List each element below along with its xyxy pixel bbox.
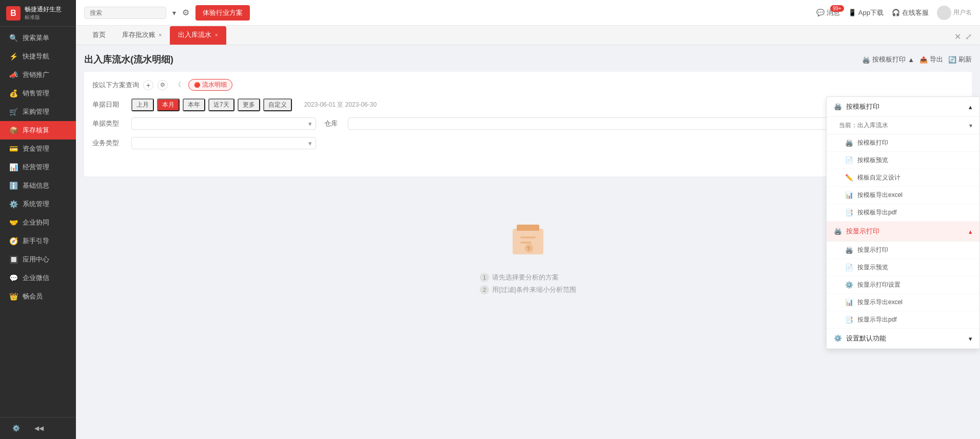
dropdown-item-template-excel[interactable]: 📊按模板导出excel	[827, 187, 979, 204]
tip-num-2: 2	[480, 285, 489, 294]
date-tabs: 上月本月本年近7天更多自定义	[131, 98, 292, 111]
online-service-btn[interactable]: 🎧 在线客服	[892, 8, 929, 17]
sidebar-item-system[interactable]: ⚙️系统管理	[0, 195, 76, 213]
dropdown-item-display-excel[interactable]: 📊按显示导出excel	[827, 294, 979, 311]
template-print-btn[interactable]: 🖨️ 按模板打印 ▲	[862, 55, 914, 64]
svg-rect-1	[517, 225, 539, 231]
dropdown-item-display-pdf[interactable]: 📑按显示导出pdf	[827, 311, 979, 329]
export-btn[interactable]: 📤 导出	[919, 55, 943, 64]
sidebar-item-quick-nav[interactable]: ⚡快捷导航	[0, 47, 76, 66]
dropdown-section-display-print[interactable]: 🖨️按显示打印▴	[827, 222, 979, 242]
template-custom-icon: ✏️	[845, 174, 853, 182]
date-tab-近7天[interactable]: 近7天	[208, 98, 234, 111]
dropdown-item-template-pdf[interactable]: 📑按模板导出pdf	[827, 204, 979, 222]
sidebar-item-inventory[interactable]: 📦库存核算	[0, 121, 76, 139]
user-avatar[interactable]: 用户名	[937, 6, 972, 20]
biz-type-select[interactable]	[131, 137, 316, 149]
display-preview-icon: 📄	[845, 264, 853, 271]
display-pdf-icon: 📑	[845, 316, 853, 324]
industry-btn[interactable]: 体验行业方案	[195, 5, 250, 21]
date-label: 单据日期	[92, 100, 123, 109]
display-excel-icon: 📊	[845, 298, 853, 306]
sidebar-item-guide[interactable]: 🧭新手引导	[0, 232, 76, 250]
sidebar-item-appstore[interactable]: 🔲应用中心	[0, 250, 76, 269]
type-select[interactable]	[131, 117, 316, 130]
sidebar-item-operations[interactable]: 📊经营管理	[0, 158, 76, 176]
sidebar: B 畅捷通好生意 标准版 🔍搜索菜单⚡快捷导航📣营销推广💰销售管理🛒采购管理📦库…	[0, 0, 76, 439]
filter-settings-icon-btn[interactable]: ⚙	[158, 80, 168, 90]
dropdown-item-display-print-item[interactable]: 🖨️按显示打印	[827, 242, 979, 259]
print-icon: 🖨️	[862, 56, 870, 64]
biz-type-select-wrap	[131, 137, 316, 149]
empty-illustration: ?	[502, 213, 554, 265]
tab-batch-account[interactable]: 库存批次账×	[114, 26, 170, 45]
topbar: ▾ ⚙ 体验行业方案 💬 消息 99+ 📱 App下载 🎧 在线客服 用户名	[76, 0, 980, 26]
topbar-search-input[interactable]	[84, 7, 166, 19]
topbar-dropdown-btn[interactable]: ▾	[172, 9, 176, 17]
dropdown-item-template-custom[interactable]: ✏️模板自定义设计	[827, 169, 979, 187]
export-icon: 📤	[919, 56, 928, 64]
app-name: 畅捷通好生意 标准版	[25, 5, 62, 21]
chevron-up-icon: ▲	[908, 56, 914, 64]
dropdown-item-display-preview[interactable]: 📄按显示预览	[827, 259, 979, 276]
maximize-btn[interactable]: ⤢	[965, 32, 972, 42]
message-btn[interactable]: 💬 消息 99+	[816, 8, 840, 17]
app-download-btn[interactable]: 📱 App下载	[848, 8, 884, 17]
tab-label-home: 首页	[92, 30, 106, 39]
collapse-sidebar-btn[interactable]: ◀◀	[30, 423, 48, 434]
sub-label-template-print: 当前：出入库流水	[839, 121, 888, 130]
sidebar-item-collab[interactable]: 🤝企业协同	[0, 213, 76, 232]
tabbar: 首页库存批次账×出入库流水×	[76, 26, 980, 45]
sidebar-item-finance[interactable]: 💳资金管理	[0, 139, 76, 158]
display-print-icon: 🖨️	[834, 227, 842, 235]
dropdown-item-display-print-settings[interactable]: ⚙️按显示打印设置	[827, 276, 979, 294]
dropdown-item-template-print-item[interactable]: 🖨️按模板打印	[827, 134, 979, 152]
sidebar-item-search[interactable]: 🔍搜索菜单	[0, 29, 76, 47]
sidebar-item-wechat[interactable]: 💬企业微信	[0, 269, 76, 287]
sidebar-item-purchase[interactable]: 🛒采购管理	[0, 103, 76, 121]
tab-label-batch-account: 库存批次账	[122, 30, 155, 39]
template-pdf-icon: 📑	[845, 209, 853, 216]
sales-icon: 💰	[8, 89, 18, 97]
sidebar-item-basic[interactable]: ℹ️基础信息	[0, 176, 76, 195]
refresh-btn[interactable]: 🔄 刷新	[948, 55, 972, 64]
filter-collapse-btn[interactable]: 《	[172, 79, 184, 90]
sidebar-item-label: 采购管理	[23, 107, 49, 116]
template-excel-label: 按模板导出excel	[857, 191, 903, 199]
dropdown-sub-template-print: 当前：出入库流水▾	[827, 117, 979, 134]
template-excel-icon: 📊	[845, 191, 853, 199]
tab-flow[interactable]: 出入库流水×	[170, 26, 226, 45]
dropdown-panel: 🖨️按模板打印▴当前：出入库流水▾🖨️按模板打印📄按模板预览✏️模板自定义设计📊…	[826, 96, 980, 349]
dropdown-item-template-preview[interactable]: 📄按模板预览	[827, 152, 979, 169]
sidebar-item-sales[interactable]: 💰销售管理	[0, 84, 76, 103]
filter-add-btn[interactable]: +	[143, 80, 153, 90]
filter-header: 按以下方案查询 + ⚙ 《 🔴 流水明细	[92, 79, 964, 91]
svg-rect-3	[520, 242, 532, 244]
date-tab-更多[interactable]: 更多	[238, 98, 260, 111]
date-tab-上月[interactable]: 上月	[131, 98, 154, 111]
tab-home[interactable]: 首页	[84, 26, 114, 45]
type-select-wrap	[131, 117, 316, 130]
tab-close-flow[interactable]: ×	[214, 32, 218, 38]
appstore-icon: 🔲	[8, 255, 18, 264]
topbar-gear-btn[interactable]: ⚙	[182, 8, 189, 17]
settings-icon-btn[interactable]: ⚙️	[8, 423, 24, 434]
sidebar-item-member[interactable]: 👑畅会员	[0, 287, 76, 306]
marketing-icon: 📣	[8, 71, 18, 79]
sidebar-item-label: 新手引导	[23, 236, 49, 246]
date-tab-自定义[interactable]: 自定义	[263, 98, 292, 111]
sidebar-item-marketing[interactable]: 📣营销推广	[0, 66, 76, 84]
tag-icon: 🔴	[194, 82, 200, 88]
display-excel-label: 按显示导出excel	[857, 298, 903, 307]
dropdown-section-set-default[interactable]: ⚙️设置默认功能▾	[827, 329, 979, 349]
sidebar-item-label: 基础信息	[23, 181, 49, 190]
display-preview-label: 按显示预览	[857, 263, 888, 272]
date-tab-本年[interactable]: 本年	[183, 98, 205, 111]
close-tab-btn[interactable]: ✕	[954, 32, 961, 42]
dropdown-section-template-print[interactable]: 🖨️按模板打印▴	[827, 97, 979, 117]
tab-close-batch-account[interactable]: ×	[159, 32, 162, 38]
quick-nav-icon: ⚡	[8, 52, 18, 61]
display-print-settings-icon: ⚙️	[845, 281, 853, 289]
date-tab-本月[interactable]: 本月	[157, 98, 180, 111]
template-custom-label: 模板自定义设计	[857, 173, 900, 182]
